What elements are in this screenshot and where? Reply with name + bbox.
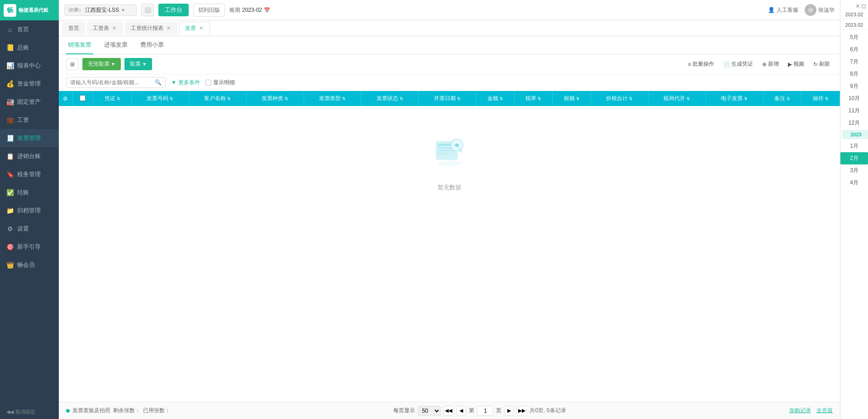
sidebar-label-member: 畅会员 — [17, 261, 35, 269]
no-voucher-btn[interactable]: 无凭取票 ▼ — [82, 58, 121, 70]
next-page-btn[interactable]: ▶ — [504, 406, 514, 416]
tab-salary-stats[interactable]: 工资统计报表✕ — [125, 22, 177, 35]
tab-invoice[interactable]: 发票✕ — [179, 22, 210, 35]
tab-close-invoice[interactable]: ✕ — [198, 25, 204, 32]
show-detail-toggle[interactable]: 显示明细 — [205, 79, 235, 87]
first-page-btn[interactable]: ◀◀ — [444, 406, 453, 416]
invoice-table: ⚙凭证⇅发票号码⇅客户名称⇅发票种类⇅发票类型⇅发票状态⇅开票日期⇅金额⇅税率⇅… — [59, 91, 840, 219]
month-item-4m[interactable]: 4月 — [840, 177, 868, 189]
close-right-panel-btn[interactable]: ✕ — [855, 3, 860, 10]
unpin-button[interactable]: ◀◀ 取消固定 — [0, 405, 59, 419]
add-btn[interactable]: ⊕ 新增 — [759, 58, 782, 70]
month-item-10m[interactable]: 10月 — [840, 92, 868, 105]
voucher-dropdown-icon: ▼ — [142, 62, 147, 67]
last-page-btn[interactable]: ▶▶ — [517, 406, 527, 416]
select-all-checkbox[interactable] — [80, 95, 86, 101]
column-settings-icon[interactable]: ⚙ — [63, 96, 68, 102]
page-number-input[interactable] — [477, 406, 493, 416]
sub-tabs: 销项发票 进项发票 费用小票 — [59, 36, 840, 54]
bottom-bar: 发票查验及拍照 剩余张数： 已用张数： 每页显示 50 100 200 ◀◀ ◀… — [59, 402, 840, 419]
grid-view-button[interactable]: ⊞ — [66, 58, 79, 70]
sort-icon-tax_office: ⇅ — [687, 96, 690, 101]
table-container: ⚙凭证⇅发票号码⇅客户名称⇅发票种类⇅发票类型⇅发票状态⇅开票日期⇅金额⇅税率⇅… — [59, 91, 840, 402]
month-item-9m[interactable]: 9月 — [840, 80, 868, 92]
sidebar-item-settlement[interactable]: ✅结账 — [0, 183, 59, 202]
search-input[interactable] — [70, 79, 152, 86]
sidebar-item-fixed[interactable]: 🏭固定资产 — [0, 93, 59, 111]
month-item-1m[interactable]: 1月 — [840, 140, 868, 152]
col-header-tax_total: 价税合计⇅ — [591, 91, 649, 106]
sidebar-item-guide[interactable]: 🎯新手引导 — [0, 238, 59, 256]
sidebar-item-salary[interactable]: 💼工资 — [0, 111, 59, 129]
sidebar-item-invoice[interactable]: 🧾发票管理 — [0, 129, 59, 147]
sidebar-item-archive[interactable]: 📁归档管理 — [0, 202, 59, 220]
empty-text: 暂无数据 — [438, 183, 461, 192]
svg-rect-4 — [438, 150, 453, 151]
workspace-button[interactable]: 工作台 — [158, 4, 189, 16]
more-conditions-btn[interactable]: ▼ 更多条件 — [171, 79, 200, 87]
sort-icon-invoice_type: ⇅ — [342, 96, 346, 101]
sidebar-label-ledger: 总账 — [17, 43, 29, 52]
sort-icon-customer_name: ⇅ — [227, 96, 231, 101]
voucher-btn[interactable]: 取票 ▼ — [124, 58, 152, 70]
filter-bar: 🔍 ▼ 更多条件 显示明细 — [59, 74, 840, 91]
header-right: 👤 人工客服 徐 徐溢华 — [768, 4, 835, 16]
filter-icon: ▼ — [171, 79, 176, 86]
maximize-right-panel-btn[interactable]: ⊡ — [861, 3, 866, 10]
show-detail-checkbox[interactable] — [205, 80, 211, 86]
refresh-btn[interactable]: ↻ 刷新 — [811, 58, 833, 70]
month-item-5m[interactable]: 5月 — [840, 31, 868, 43]
company-selector[interactable]: (勿删） 江西股宝-LSS ▼ — [64, 5, 137, 16]
col-header-remark: 备注⇅ — [763, 91, 801, 106]
col-header-customer_name: 客户名称⇅ — [189, 91, 246, 106]
sidebar-label-sales: 进销台账 — [17, 152, 41, 160]
month-item-6m[interactable]: 6月 — [840, 43, 868, 56]
sidebar-item-member[interactable]: 👑畅会员 — [0, 256, 59, 274]
sidebar-icon-capital: 💰 — [6, 80, 14, 87]
month-item-2m[interactable]: 2月 — [840, 152, 868, 164]
page-size-select[interactable]: 50 100 200 — [418, 406, 441, 416]
go-recharge-link[interactable]: 去充值 — [816, 407, 833, 414]
sidebar-item-ledger[interactable]: 📒总账 — [0, 39, 59, 57]
add-record-link[interactable]: 加购记录 — [789, 407, 811, 414]
col-header-checkbox — [72, 91, 93, 106]
sidebar-label-guide: 新手引导 — [17, 243, 41, 251]
month-item-8m[interactable]: 8月 — [840, 68, 868, 80]
tab-close-salary-stats[interactable]: ✕ — [166, 25, 172, 32]
copy-button[interactable]: ⬜ — [141, 4, 154, 16]
sub-tab-fee-receipt[interactable]: 费用小票 — [138, 36, 166, 54]
sidebar-icon-sales: 📋 — [6, 153, 14, 160]
tab-label-home: 首页 — [68, 24, 79, 32]
sidebar-label-fixed: 固定资产 — [17, 98, 41, 106]
verify-info: 发票查验及拍照 剩余张数： 已用张数： — [66, 407, 170, 414]
video-btn[interactable]: ▶ 视频 — [785, 58, 807, 70]
month-item-7m[interactable]: 7月 — [840, 56, 868, 68]
sidebar-item-tax[interactable]: 🔖税务管理 — [0, 165, 59, 183]
sort-icon-invoice_status: ⇅ — [400, 96, 403, 101]
toolbar-right: ≡ 批量操作 📄 生成凭证 ⊕ 新增 ▶ 视频 ↻ 刷新 — [685, 58, 833, 70]
customer-service-btn[interactable]: 👤 人工客服 — [768, 6, 798, 14]
user-menu[interactable]: 徐 徐溢华 — [805, 4, 835, 16]
sidebar-label-home: 首页 — [17, 25, 29, 34]
tab-close-salary-table[interactable]: ✕ — [111, 25, 117, 32]
prev-page-btn[interactable]: ◀ — [456, 406, 466, 416]
month-item-3m[interactable]: 3月 — [840, 164, 868, 177]
tab-salary-table[interactable]: 工资表✕ — [87, 22, 123, 35]
sidebar-item-reports[interactable]: 📊报表中心 — [0, 57, 59, 75]
generate-voucher-btn[interactable]: 📄 生成凭证 — [720, 58, 756, 70]
month-item-12m[interactable]: 12月 — [840, 117, 868, 129]
empty-state: 暂无数据 — [59, 106, 840, 219]
sub-tab-sales-invoice[interactable]: 销项发票 — [66, 36, 93, 54]
tab-home[interactable]: 首页 — [62, 22, 85, 35]
sidebar-item-capital[interactable]: 💰资金管理 — [0, 75, 59, 93]
add-icon: ⊕ — [762, 61, 767, 67]
sidebar-label-invoice: 发票管理 — [17, 134, 41, 142]
sub-tab-purchase-invoice[interactable]: 进项发票 — [102, 36, 129, 54]
switch-version-button[interactable]: 切到旧版 — [193, 4, 225, 17]
sidebar-item-sales[interactable]: 📋进销台账 — [0, 147, 59, 165]
sidebar-icon-archive: 📁 — [6, 207, 14, 214]
sidebar-item-settings[interactable]: ⚙设置 — [0, 220, 59, 238]
batch-ops-btn[interactable]: ≡ 批量操作 — [685, 58, 717, 70]
sidebar-item-home[interactable]: ⌂首页 — [0, 20, 59, 39]
month-item-11m[interactable]: 11月 — [840, 105, 868, 117]
